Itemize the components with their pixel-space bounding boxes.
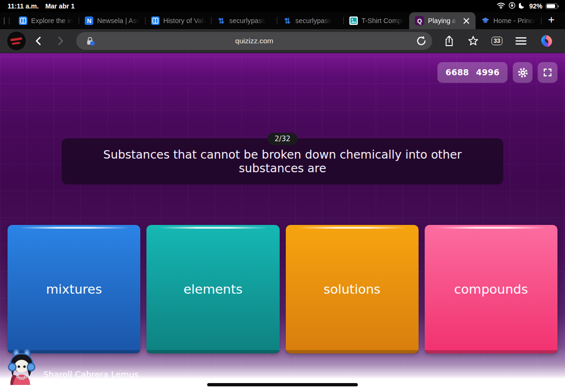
answer-option-elements[interactable]: elements	[146, 225, 279, 353]
picture-icon	[349, 16, 358, 25]
player-info: Sharoll Cabrera Lemus	[4, 347, 139, 387]
tab-close-button[interactable]	[463, 17, 470, 24]
quizizz-icon: Q	[415, 16, 424, 25]
tab-playing-active[interactable]: Q Playing a	[409, 12, 476, 29]
question-progress: 2/32	[267, 133, 298, 145]
score-left: 6688	[445, 68, 469, 77]
fullscreen-icon	[543, 68, 552, 77]
forward-button[interactable]	[51, 33, 70, 48]
home-indicator[interactable]	[207, 383, 358, 386]
browser-toolbar: quizizz.com 33	[0, 29, 565, 53]
profile-avatar[interactable]	[7, 31, 26, 51]
split-view-icon	[151, 16, 160, 25]
game-hud: 6688 4996	[437, 62, 557, 83]
tab-newsela[interactable]: N Newsela | Ass	[79, 12, 145, 29]
address-bar[interactable]: quizizz.com	[76, 32, 432, 50]
new-tab-button[interactable]: +	[541, 13, 561, 28]
score-display: 6688 4996	[437, 62, 508, 83]
player-avatar	[4, 347, 40, 387]
split-view-icon	[19, 16, 27, 25]
score-right: 4996	[476, 68, 500, 77]
question-area: 2/32 Substances that cannot be broken do…	[0, 133, 565, 184]
tab-bar: Explore the in N Newsela | Ass History o…	[0, 12, 565, 29]
securly-arrows-icon: ⇅	[217, 16, 226, 25]
url-text: quizizz.com	[235, 37, 274, 45]
quiz-page: 6688 4996 2/32 Substances that cannot be…	[0, 53, 565, 379]
tab-explore[interactable]: Explore the in	[13, 12, 79, 29]
copilot-button[interactable]	[535, 32, 558, 50]
status-bar: 11:11 a.m. Mar abr 1 92%	[0, 0, 565, 12]
battery-percent: 92%	[529, 2, 542, 10]
answer-option-mixtures[interactable]: mixtures	[8, 225, 140, 353]
bookmark-star-button[interactable]	[462, 33, 484, 49]
tabs-overview-button[interactable]: 33	[487, 35, 507, 47]
gear-icon	[517, 67, 529, 79]
newsela-icon: N	[85, 16, 93, 25]
answer-option-solutions[interactable]: solutions	[286, 225, 419, 353]
tab-home-prince[interactable]: Home - Prince	[476, 12, 541, 29]
ipad-screen: 11:11 a.m. Mar abr 1 92% Explor	[0, 0, 565, 392]
reload-button[interactable]	[415, 35, 428, 47]
answer-option-compounds[interactable]: compounds	[425, 225, 557, 353]
securly-arrows-icon: ⇅	[283, 16, 291, 25]
tab-overflow-ticks	[4, 17, 9, 24]
tab-securlypass-2[interactable]: ⇅ securlypass	[277, 12, 343, 29]
battery-icon	[546, 3, 557, 9]
tab-tshirt[interactable]: T-Shirt Compe	[344, 12, 409, 29]
settings-button[interactable]	[513, 62, 533, 83]
fullscreen-button[interactable]	[538, 62, 557, 83]
tab-count: 33	[492, 37, 502, 45]
share-button[interactable]	[439, 33, 460, 49]
answer-options: mixtures elements solutions compounds	[8, 225, 557, 353]
date: Mar abr 1	[45, 2, 74, 10]
lock-shield-icon	[85, 36, 96, 47]
back-button[interactable]	[29, 33, 48, 48]
tab-securlypass-1[interactable]: ⇅ securlypass	[211, 12, 277, 29]
orientation-lock-icon	[508, 2, 516, 10]
do-not-disturb-moon-icon	[519, 2, 526, 10]
tab-history-of-vale[interactable]: History of Vale	[145, 12, 211, 29]
wifi-icon	[497, 2, 505, 10]
menu-button[interactable]	[510, 34, 532, 48]
player-name: Sharoll Cabrera Lemus	[43, 370, 139, 379]
graduation-cap-icon	[481, 16, 490, 25]
clock: 11:11 a.m.	[8, 2, 39, 10]
question-text: Substances that cannot be broken down ch…	[62, 138, 503, 184]
